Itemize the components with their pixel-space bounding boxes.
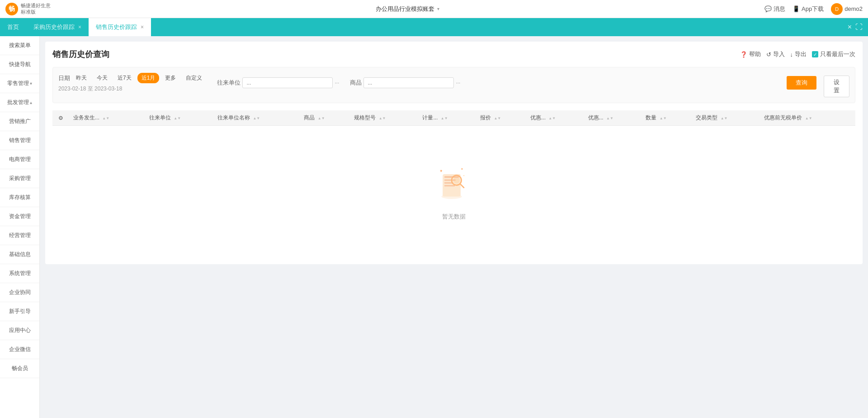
table-col-pre-tax-price[interactable]: 优惠前无税单价 ▲▼ — [760, 110, 855, 126]
date-last7days-btn[interactable]: 近7天 — [113, 73, 136, 83]
date-label: 日期 — [58, 74, 70, 82]
sidebar-item-purchase-mgmt[interactable]: 采购管理 — [0, 169, 39, 188]
tab-home-label: 首页 — [7, 23, 19, 31]
logo-icon: 畅 — [5, 3, 18, 15]
sidebar-item-vip-member[interactable]: 畅会员 — [0, 359, 39, 378]
sidebar-item-basic-info[interactable]: 基础信息 — [0, 245, 39, 264]
sort-icon: ▲▼ — [318, 117, 325, 120]
top-bar-left: 畅 畅捷通好生意 标准版 — [5, 3, 51, 15]
sidebar-item-marketing[interactable]: 营销推广 — [0, 112, 39, 131]
settings-row: 设置 — [824, 76, 849, 97]
user-menu[interactable]: D demo2 — [831, 3, 863, 15]
sidebar-item-search-menu[interactable]: 搜索菜单 — [0, 36, 39, 55]
export-button[interactable]: ↓ 导出 — [790, 50, 807, 58]
sidebar-item-enterprise-collab[interactable]: 企业协同 — [0, 283, 39, 302]
sort-icon: ▲▼ — [721, 117, 728, 120]
filter-area: 日期 昨天 今天 近7天 近1月 更多 自定义 2023- — [52, 67, 855, 103]
help-button[interactable]: ❓ 帮助 — [740, 50, 761, 58]
message-button[interactable]: 💬 消息 — [764, 5, 785, 13]
sidebar-item-enterprise-wechat[interactable]: 企业微信 — [0, 340, 39, 359]
date-more-btn[interactable]: 更多 — [161, 73, 180, 83]
table-col-unit[interactable]: 计量... ▲▼ — [418, 110, 476, 126]
date-yesterday-btn[interactable]: 昨天 — [72, 73, 91, 83]
app-icon: 📱 — [793, 5, 800, 12]
top-bar: 畅 畅捷通好生意 标准版 办公用品行业模拟账套 ▾ 💬 消息 📱 App下载 D… — [0, 0, 868, 18]
partner-input[interactable] — [242, 77, 333, 88]
table-col-spec[interactable]: 规格型号 ▲▼ — [349, 110, 418, 126]
table-col-discount1[interactable]: 优惠... ▲▼ — [526, 110, 584, 126]
empty-illustration: ✦ ✦ ✦ — [431, 162, 472, 203]
date-custom-btn[interactable]: 自定义 — [182, 73, 206, 83]
table-col-gear[interactable]: ⚙ — [52, 110, 69, 126]
sidebar: 搜索菜单 快捷导航 零售管理 ▾ 批发管理 ▴ 营销推广 销售管理 电商管理 采… — [0, 36, 40, 418]
date-last1month-btn[interactable]: 近1月 — [137, 73, 160, 83]
sidebar-item-inventory[interactable]: 库存核算 — [0, 188, 39, 207]
sidebar-item-quick-nav[interactable]: 快捷导航 — [0, 55, 39, 74]
app-download-button[interactable]: 📱 App下载 — [793, 5, 824, 13]
tab-purchase-history[interactable]: 采购历史价跟踪 × — [26, 18, 89, 36]
sidebar-item-ops-mgmt[interactable]: 经营管理 — [0, 226, 39, 245]
sidebar-item-ecommerce-mgmt[interactable]: 电商管理 — [0, 150, 39, 169]
import-button[interactable]: ↺ 导入 — [766, 50, 785, 58]
sidebar-item-app-center[interactable]: 应用中心 — [0, 321, 39, 340]
sort-icon: ▲▼ — [494, 117, 501, 120]
table-col-partner-name[interactable]: 往来单位名称 ▲▼ — [213, 110, 299, 126]
sort-icon: ▲▼ — [441, 117, 448, 120]
date-today-btn[interactable]: 今天 — [93, 73, 112, 83]
table-col-product[interactable]: 商品 ▲▼ — [299, 110, 349, 126]
tab-bar: 首页 采购历史价跟踪 × 销售历史价跟踪 × × ⛶ — [0, 18, 868, 36]
empty-state: ✦ ✦ ✦ 暂无数据 — [52, 126, 855, 257]
partner-more-icon[interactable]: ··· — [335, 80, 339, 86]
close-sales-tab-icon[interactable]: × — [141, 24, 144, 30]
page-container: 销售历史价查询 ❓ 帮助 ↺ 导入 ↓ 导出 — [40, 36, 868, 418]
product-input[interactable] — [363, 77, 454, 88]
dropdown-arrow-icon[interactable]: ▾ — [437, 6, 439, 11]
sidebar-item-wholesale-mgmt[interactable]: 批发管理 ▴ — [0, 93, 39, 112]
sidebar-item-finance-mgmt[interactable]: 资金管理 — [0, 207, 39, 226]
table-col-quantity[interactable]: 数量 ▲▼ — [641, 110, 691, 126]
export-icon: ↓ — [790, 51, 793, 58]
close-all-tabs-button[interactable]: × — [848, 23, 852, 31]
empty-text: 暂无数据 — [442, 213, 466, 221]
settings-button[interactable]: 设置 — [824, 76, 849, 97]
page-header: 销售历史价查询 ❓ 帮助 ↺ 导入 ↓ 导出 — [52, 49, 855, 60]
table-col-trade-type[interactable]: 交易类型 ▲▼ — [691, 110, 760, 126]
sidebar-item-new-guide[interactable]: 新手引导 — [0, 302, 39, 321]
data-table: ⚙ 业务发生... ▲▼ 往来单位 ▲▼ — [52, 110, 855, 126]
gear-icon[interactable]: ⚙ — [58, 115, 63, 121]
svg-line-8 — [460, 184, 464, 188]
logo-area: 畅 畅捷通好生意 标准版 — [5, 3, 51, 15]
product-more-icon[interactable]: ··· — [456, 80, 460, 86]
logo-text: 畅捷通好生意 标准版 — [21, 3, 51, 14]
fullscreen-button[interactable]: ⛶ — [855, 23, 863, 31]
svg-text:✦: ✦ — [463, 174, 465, 177]
sort-icon: ▲▼ — [660, 117, 667, 120]
product-label: 商品 — [350, 79, 362, 87]
avatar: D — [831, 3, 843, 15]
table-col-quote[interactable]: 报价 ▲▼ — [476, 110, 526, 126]
svg-text:✦: ✦ — [439, 169, 443, 173]
only-last-checkbox[interactable]: ✓ — [812, 51, 818, 57]
svg-text:✦: ✦ — [461, 167, 463, 171]
table-col-partner-code[interactable]: 往来单位 ▲▼ — [145, 110, 213, 126]
table-container: ⚙ 业务发生... ▲▼ 往来单位 ▲▼ — [52, 110, 855, 257]
main-layout: 搜索菜单 快捷导航 零售管理 ▾ 批发管理 ▴ 营销推广 销售管理 电商管理 采… — [0, 36, 868, 418]
table-col-biz-date[interactable]: 业务发生... ▲▼ — [69, 110, 145, 126]
date-range-display: 2023-02-18 至 2023-03-18 — [58, 85, 122, 93]
sort-icon: ▲▼ — [548, 117, 556, 120]
tab-sales-history[interactable]: 销售历史价跟踪 × — [89, 18, 151, 36]
sidebar-item-sys-mgmt[interactable]: 系统管理 — [0, 264, 39, 283]
table-head: ⚙ 业务发生... ▲▼ 往来单位 ▲▼ — [52, 110, 855, 126]
sort-icon: ▲▼ — [606, 117, 613, 120]
sidebar-item-retail-mgmt[interactable]: 零售管理 ▾ — [0, 74, 39, 93]
message-icon: 💬 — [764, 5, 772, 12]
only-last-checkbox-area[interactable]: ✓ 只看最后一次 — [812, 50, 855, 58]
sidebar-item-sales-mgmt[interactable]: 销售管理 — [0, 131, 39, 150]
product-filter-cell: 商品 ··· — [350, 77, 460, 88]
tab-home[interactable]: 首页 — [0, 18, 26, 36]
content-area: 销售历史价查询 ❓ 帮助 ↺ 导入 ↓ 导出 — [40, 36, 868, 418]
top-bar-center[interactable]: 办公用品行业模拟账套 ▾ — [376, 5, 439, 13]
query-button[interactable]: 查询 — [787, 76, 816, 90]
close-purchase-tab-icon[interactable]: × — [78, 24, 81, 30]
table-col-discount2[interactable]: 优惠... ▲▼ — [584, 110, 642, 126]
